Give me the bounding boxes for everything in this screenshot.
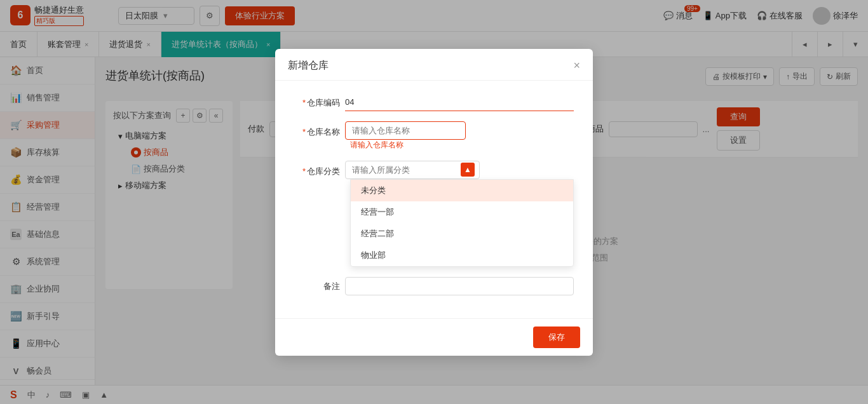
modal-title: 新增仓库 — [288, 59, 329, 72]
new-warehouse-modal: 新增仓库 × 仓库编码 仓库名称 请输入仓库名称 — [275, 49, 593, 356]
category-toggle-button[interactable]: ▲ — [461, 163, 475, 177]
modal-backdrop: 新增仓库 × 仓库编码 仓库名称 请输入仓库名称 — [0, 0, 868, 404]
modal-close-button[interactable]: × — [573, 60, 580, 71]
modal-body: 仓库编码 仓库名称 请输入仓库名称 仓库分类 — [275, 81, 593, 318]
chevron-up-icon: ▲ — [464, 165, 471, 174]
remark-label: 备注 — [294, 277, 345, 292]
name-error-msg: 请输入仓库名称 — [350, 140, 403, 151]
category-input-wrap: ▲ — [345, 161, 480, 179]
code-label: 仓库编码 — [294, 93, 345, 109]
form-row-category: 仓库分类 ▲ 未分类 经营一部 — [294, 161, 574, 267]
form-row-name: 仓库名称 请输入仓库名称 — [294, 121, 574, 151]
category-label: 仓库分类 — [294, 162, 345, 177]
modal-header: 新增仓库 × — [275, 49, 593, 81]
category-option-property[interactable]: 物业部 — [351, 245, 573, 266]
category-option-unclassified[interactable]: 未分类 — [351, 180, 573, 201]
name-label: 仓库名称 — [294, 123, 345, 138]
category-input[interactable] — [345, 161, 480, 179]
modal-footer: 保存 — [275, 318, 593, 356]
category-dropdown: 未分类 经营一部 经营二部 物业部 — [350, 179, 574, 267]
form-row-remark: 备注 — [294, 277, 574, 295]
remark-input[interactable] — [345, 277, 574, 295]
category-option-dept2[interactable]: 经营二部 — [351, 223, 573, 245]
code-input[interactable] — [345, 93, 574, 111]
category-option-dept1[interactable]: 经营一部 — [351, 201, 573, 223]
save-button[interactable]: 保存 — [533, 327, 580, 348]
form-row-code: 仓库编码 — [294, 93, 574, 111]
name-input[interactable] — [345, 121, 466, 140]
